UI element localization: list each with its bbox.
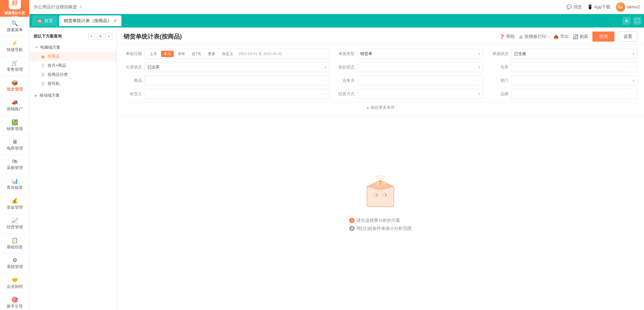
- add-scheme-btn[interactable]: +: [88, 33, 95, 40]
- date-custom-btn[interactable]: 自定义: [219, 51, 236, 57]
- tip1-text: 请先选择要分析的方案: [357, 217, 400, 223]
- by-product-category-icon: ☰: [40, 72, 46, 78]
- query-button[interactable]: 查询: [592, 32, 614, 42]
- doc-type-filter-cell: 单据类型 销货单 ▾: [336, 49, 483, 59]
- tab-close-icon[interactable]: ✕: [114, 19, 117, 23]
- by-month-product-icon: ☷: [40, 63, 46, 68]
- out-status-filter-cell: 出库状态 已出库 ▾: [123, 62, 329, 72]
- product-input[interactable]: ···: [145, 75, 329, 86]
- payment-status-dropdown-icon: ▾: [479, 65, 480, 69]
- solution-item-by-month-product[interactable]: ☷ 按月+商品: [30, 61, 116, 70]
- sidebar-item-inventory[interactable]: 📊 库存核算: [0, 174, 29, 194]
- user-area[interactable]: Ea demo2: [616, 2, 640, 12]
- date-filter-input[interactable]: 上月 本月 本年 近7天 更多 自定义 2023-03-01 至 2023-03…: [145, 49, 329, 59]
- solution-item-by-product-category[interactable]: ☰ 按商品分类: [30, 70, 116, 79]
- sidebar-item-retail[interactable]: 🛒 零售管理: [0, 56, 29, 76]
- payment-status-input[interactable]: ▾: [357, 62, 483, 72]
- tab-report[interactable]: 销货单统计表（按商品） ✕: [59, 15, 121, 26]
- svg-point-6: [385, 194, 386, 196]
- salesperson-label: 业务员: [336, 78, 355, 84]
- sidebar-item-sales[interactable]: 💹 销售管理: [0, 116, 29, 136]
- tab-close-btn[interactable]: ✕: [623, 17, 631, 25]
- tab-report-label: 销货单统计表（按商品）: [64, 18, 112, 24]
- dept-input[interactable]: ▾: [511, 75, 637, 86]
- export-btn[interactable]: 📤 导出: [553, 34, 569, 40]
- sidebar-item-enterprise[interactable]: 🤝 企业协同: [0, 273, 29, 293]
- solution-item-by-machine-label: 按司机: [48, 81, 60, 87]
- help-icon: ❓: [499, 34, 505, 39]
- date-filter-cell: 单据日期 上月 本月 本年 近7天 更多 自定义 2023-03-01 至 20…: [123, 49, 329, 59]
- left-panel: 按以下方案查询 + ✎ « ▼ 电脑端方案 ◉ 按商品 ☷: [30, 28, 117, 310]
- receiver-dots-icon: ···: [320, 91, 326, 97]
- brand-input[interactable]: ···: [511, 89, 637, 99]
- empty-state: 1 请先选择要分析的方案 2 用[过滤]条件来缩小分析范围: [117, 117, 644, 310]
- out-status-dropdown-icon: ▾: [325, 65, 326, 69]
- edit-scheme-btn[interactable]: ✎: [97, 33, 104, 40]
- date-last-month-btn[interactable]: 上月: [147, 51, 160, 57]
- app-download-label: App下载: [594, 4, 610, 10]
- doc-type-input[interactable]: 销货单 ▾: [357, 49, 483, 59]
- marketing-icon: 📣: [1, 99, 28, 106]
- sidebar-item-search[interactable]: 🔍 搜索菜单: [0, 17, 29, 37]
- collapse-filters-btn[interactable]: ∧ 收起更多条件: [123, 102, 637, 112]
- doc-status-filter-cell: 单据状态 已生效 ▾: [490, 49, 637, 59]
- by-machine-icon: ☰: [40, 81, 46, 87]
- collapse-panel-btn[interactable]: «: [106, 33, 112, 40]
- product-label: 商品: [123, 78, 142, 84]
- doc-status-label: 单据状态: [490, 51, 508, 57]
- sidebar-item-operation[interactable]: 📈 经营管理: [0, 214, 29, 234]
- out-status-input[interactable]: 已出库 ▾: [145, 62, 329, 72]
- date-more-btn[interactable]: 更多: [205, 51, 218, 57]
- sidebar-item-system[interactable]: ⚙ 系统管理: [0, 254, 29, 273]
- settlement-input[interactable]: ▾: [357, 89, 483, 99]
- receiver-input[interactable]: ···: [145, 89, 329, 99]
- sidebar-item-basic[interactable]: 📋 基础信息: [0, 234, 29, 254]
- chevron-down-icon: ▼: [35, 46, 38, 49]
- solution-group-desktop-header[interactable]: ▼ 电脑端方案: [30, 43, 116, 52]
- sidebar-item-wholesale[interactable]: 📦 批发管理: [0, 76, 29, 96]
- ecommerce-icon: 🖥: [1, 139, 28, 145]
- help-btn[interactable]: ❓ 帮助: [499, 34, 515, 40]
- quick-nav-icon: ⚡: [1, 40, 28, 46]
- messages-btn[interactable]: 💬 消息: [567, 4, 582, 10]
- template-print-btn[interactable]: 🖨 按模板打印 ▾: [519, 34, 549, 40]
- retail-icon: 🛒: [1, 60, 28, 66]
- breadcrumb-arrow: ▾: [80, 4, 82, 9]
- app-download-btn[interactable]: 📱 App下载: [587, 4, 610, 10]
- tab-home[interactable]: 🏠 首页: [32, 15, 58, 26]
- solution-group-mobile-header[interactable]: ▶ 移动端方案: [30, 91, 116, 100]
- export-icon: 📤: [553, 34, 559, 39]
- chevron-up-icon: ∧: [366, 105, 369, 110]
- salesperson-dots-icon: ···: [474, 78, 480, 84]
- sidebar-item-quick-nav[interactable]: ⚡ 快捷导航: [0, 37, 29, 56]
- breadcrumb: 办公用品行业模拟账套: [34, 4, 77, 10]
- tip2-text: 用[过滤]条件来缩小分析范围: [357, 225, 411, 231]
- sidebar-item-marketing[interactable]: 📣 营销推广: [0, 96, 29, 116]
- tip1-num: 1: [349, 218, 355, 223]
- wholesale-icon: 📦: [1, 80, 28, 86]
- chevron-right-icon: ▶: [35, 94, 38, 97]
- date-7days-btn[interactable]: 近7天: [189, 51, 204, 57]
- refresh-btn[interactable]: 🔄 刷新: [573, 34, 588, 40]
- dept-dropdown-icon: ▾: [633, 79, 634, 83]
- sidebar-item-ecommerce[interactable]: 🖥 电商管理: [0, 136, 29, 155]
- warehouse-input[interactable]: ···: [511, 62, 637, 72]
- filter-area: 单据日期 上月 本月 本年 近7天 更多 自定义 2023-03-01 至 20…: [117, 45, 644, 117]
- tab-maximize-btn[interactable]: ⛶: [633, 17, 641, 25]
- setting-button[interactable]: 设置: [619, 32, 637, 42]
- sidebar-item-finance[interactable]: 💰 资金管理: [0, 194, 29, 214]
- date-this-year-btn[interactable]: 本年: [175, 51, 188, 57]
- receiver-label: 收货人: [123, 91, 142, 97]
- solution-item-by-product[interactable]: ◉ 按商品: [30, 52, 116, 61]
- brand-dots-icon: ···: [628, 91, 634, 97]
- sidebar: 好 畅捷通好生意 标版 🔍 搜索菜单 ⚡ 快捷导航 🛒 零售管理 📦 批发管理 …: [0, 0, 30, 310]
- sidebar-item-newbie[interactable]: 🎯 新手引导: [0, 293, 29, 310]
- brand-filter-cell: 品牌 ···: [490, 89, 637, 99]
- salesperson-input[interactable]: ···: [357, 75, 483, 86]
- sidebar-item-purchase[interactable]: 🛍 采购管理: [0, 155, 29, 174]
- refresh-label: 刷新: [580, 34, 588, 40]
- solution-item-by-machine[interactable]: ☰ 按司机: [30, 79, 116, 88]
- doc-status-input[interactable]: 已生效 ▾: [511, 49, 637, 59]
- topbar-right: 💬 消息 📱 App下载 Ea demo2: [567, 2, 640, 12]
- date-this-month-btn[interactable]: 本月: [161, 51, 174, 57]
